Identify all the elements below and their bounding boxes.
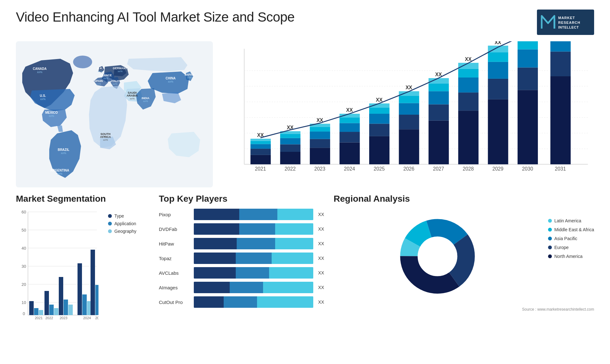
svg-rect-147 <box>59 277 63 315</box>
svg-rect-148 <box>64 300 68 315</box>
player-bar-topaz <box>194 253 313 264</box>
players-section: Top Key Players Pixop XX DVDFab <box>159 194 324 362</box>
svg-point-5 <box>73 56 92 68</box>
svg-rect-66 <box>340 123 360 132</box>
svg-text:2024: 2024 <box>344 166 355 172</box>
svg-text:ARGENTINA: ARGENTINA <box>50 169 69 172</box>
player-row-avclabs: AVCLabs XX <box>159 267 324 279</box>
regional-section: Regional Analysis <box>334 194 594 362</box>
svg-rect-72 <box>369 114 390 124</box>
svg-rect-83 <box>429 104 449 121</box>
bar-segment-light <box>263 282 313 293</box>
svg-rect-46 <box>250 155 271 165</box>
svg-rect-55 <box>280 134 301 138</box>
logo-svg: MARKET RESEARCH INTELLECT <box>539 11 593 33</box>
svg-text:XX: XX <box>465 57 471 62</box>
player-bar-pixop <box>194 209 313 220</box>
legend-dot-mea <box>548 228 552 232</box>
svg-rect-106 <box>550 76 571 164</box>
svg-text:ARABIA: ARABIA <box>127 94 138 97</box>
svg-rect-94 <box>488 99 508 165</box>
svg-text:xx%: xx% <box>57 172 62 175</box>
svg-text:xx%: xx% <box>96 83 101 85</box>
segmentation-legend: Type Application Geography <box>108 213 136 321</box>
svg-text:40: 40 <box>22 246 26 251</box>
svg-text:2029: 2029 <box>492 166 504 172</box>
bar-segment-dark <box>194 267 236 279</box>
svg-text:FRANCE: FRANCE <box>100 74 112 77</box>
svg-rect-144 <box>49 305 54 315</box>
svg-text:30: 30 <box>22 264 26 269</box>
svg-text:AFRICA: AFRICA <box>100 135 111 138</box>
svg-text:2030: 2030 <box>522 166 533 172</box>
svg-text:0: 0 <box>23 311 25 316</box>
svg-rect-79 <box>399 96 419 103</box>
svg-text:XX: XX <box>376 97 383 103</box>
svg-text:XX: XX <box>346 107 353 113</box>
player-bar-avclabs <box>194 267 313 279</box>
legend-dot-latin <box>548 219 552 223</box>
player-value-dvdfab: XX <box>318 226 324 232</box>
svg-text:50: 50 <box>22 228 26 233</box>
svg-rect-96 <box>488 62 508 79</box>
page-title: Video Enhancing AI Tool Market Size and … <box>16 10 295 25</box>
logo-area: MARKET RESEARCH INTELLECT <box>537 10 594 35</box>
svg-text:2028: 2028 <box>463 166 474 172</box>
player-row-aimages: AImages XX <box>159 282 324 293</box>
legend-asia-pacific: Asia Pacific <box>548 236 594 241</box>
svg-text:10: 10 <box>22 300 26 305</box>
donut-container <box>390 209 485 304</box>
bar-segment-dark <box>194 282 230 293</box>
player-row-hitpaw: HitPaw XX <box>159 238 324 249</box>
svg-text:xx%: xx% <box>103 77 108 80</box>
svg-rect-77 <box>399 115 419 129</box>
player-bar-dvdfab <box>194 223 313 235</box>
legend-geography: Geography <box>108 229 136 234</box>
svg-text:2024: 2024 <box>83 316 91 320</box>
player-row-cutoutpro: CutOut Pro XX <box>159 296 324 308</box>
player-bar-cutoutpro <box>194 296 313 308</box>
svg-text:xx%: xx% <box>103 138 108 141</box>
svg-rect-49 <box>250 141 271 144</box>
legend-dot-north-america <box>548 254 552 258</box>
player-name-aimages: AImages <box>159 285 191 290</box>
player-name-hitpaw: HitPaw <box>159 241 191 246</box>
bar-segment-mid <box>224 296 257 308</box>
growth-svg: XX XX XX <box>219 41 594 187</box>
svg-text:xx%: xx% <box>168 80 173 83</box>
player-name-topaz: Topaz <box>159 256 191 261</box>
svg-rect-71 <box>369 124 390 136</box>
svg-rect-78 <box>399 103 419 115</box>
svg-rect-88 <box>458 111 478 164</box>
svg-text:xx%: xx% <box>61 152 66 155</box>
svg-rect-152 <box>82 294 87 315</box>
player-value-pixop: XX <box>318 212 324 217</box>
svg-text:GERMANY: GERMANY <box>113 67 127 70</box>
svg-text:xx%: xx% <box>187 76 192 79</box>
legend-label-geography: Geography <box>114 229 136 234</box>
svg-rect-140 <box>34 308 38 315</box>
svg-rect-141 <box>39 310 43 315</box>
source-text: Source : www.marketresearchintellect.com <box>334 307 594 312</box>
legend-label-europe: Europe <box>554 245 569 250</box>
svg-rect-108 <box>550 41 571 51</box>
svg-rect-67 <box>340 118 360 123</box>
svg-text:xx%: xx% <box>143 100 148 103</box>
svg-text:XX: XX <box>495 41 501 45</box>
svg-text:CHINA: CHINA <box>166 77 176 80</box>
map-section: CANADA xx% U.S. xx% MEXICO xx% BRAZIL xx… <box>16 41 213 187</box>
svg-text:MEXICO: MEXICO <box>45 111 58 114</box>
svg-rect-90 <box>458 78 478 92</box>
player-bar-hitpaw <box>194 238 313 249</box>
svg-rect-139 <box>29 301 34 315</box>
header: Video Enhancing AI Tool Market Size and … <box>16 10 594 35</box>
legend-type: Type <box>108 213 136 219</box>
svg-rect-84 <box>429 91 449 104</box>
svg-text:2021: 2021 <box>35 316 43 320</box>
svg-rect-95 <box>488 79 508 99</box>
svg-rect-156 <box>95 285 98 315</box>
svg-text:INDIA: INDIA <box>142 97 150 100</box>
bar-segment-light <box>275 238 313 249</box>
legend-label-north-america: North America <box>554 254 583 259</box>
svg-rect-101 <box>518 68 538 90</box>
